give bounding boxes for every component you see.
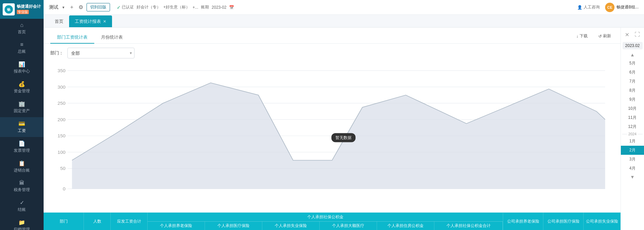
svg-text:100: 100	[58, 150, 66, 155]
table-footer: 部门 人数 应发工资合计 个人承担社保公积金 个人承担养老保险	[44, 213, 621, 230]
add-button[interactable]: ＋	[68, 3, 75, 11]
sidebar-item-reports[interactable]: 📊 报表中心	[0, 58, 44, 78]
col-co-medical: 公司承担医疗保险	[543, 213, 584, 230]
month-8[interactable]: 8月	[621, 86, 644, 95]
col-dept: 部门	[44, 213, 84, 230]
logo-icon: 畅	[3, 3, 15, 15]
refresh-icon: ↺	[598, 34, 602, 39]
download-icon: ↓	[576, 34, 578, 39]
month-2024-4[interactable]: 4月	[621, 164, 644, 173]
page-container: 部门工资统计表 月份统计表 ↓ 下载 ↺ 刷新	[44, 28, 621, 230]
download-button[interactable]: ↓ 下载	[574, 32, 590, 40]
sales-icon: 📋	[18, 160, 25, 167]
month-list: ▲ 5月 6月 7月 8月 9月 10月 11月 12月 2024 1月 2月 …	[621, 51, 644, 181]
reports-icon: 📊	[18, 61, 25, 67]
col-co-pension: 公司承担养老保险	[503, 213, 543, 230]
dept-label: 部门：	[50, 50, 63, 56]
svg-text:250: 250	[58, 101, 66, 106]
user-name: 畅捷通B组...	[616, 4, 639, 10]
tab-salary-report[interactable]: 工资统计报表 ✕	[69, 15, 112, 27]
dept-select[interactable]: 全部	[67, 48, 135, 58]
assets-icon: 🏢	[18, 101, 25, 107]
col-medical: 个人承担医疗保险	[205, 222, 262, 230]
salary-icon: 💳	[18, 121, 25, 127]
sidebar-item-assets[interactable]: 🏢 固定资产	[0, 97, 44, 117]
period-value: 2023-02	[212, 5, 226, 10]
sidebar-item-home[interactable]: ⌂ 首页	[0, 19, 44, 38]
funds-icon: 💰	[18, 81, 25, 87]
archive-icon: 📁	[18, 219, 25, 226]
svg-text:300: 300	[58, 85, 66, 90]
svg-text:350: 350	[58, 68, 66, 74]
switch-version-button[interactable]: 切到旧版	[87, 3, 110, 11]
sidebar-item-settle[interactable]: ✓ 结账	[0, 196, 44, 216]
user-avatar: CE	[605, 3, 614, 12]
chart-area: 350 300 250 200 150 100 50 0 暂无数据	[44, 62, 621, 213]
sidebar-item-invoice[interactable]: 📄 发票管理	[0, 137, 44, 157]
sidebar-item-label: 资金管理	[14, 88, 30, 94]
month-7[interactable]: 7月	[621, 77, 644, 86]
sub-tab-monthly[interactable]: 月份统计表	[94, 32, 129, 44]
year-2024-label: 2024	[627, 132, 638, 136]
main-content: 测试 ▾ ＋ ⚙ 切到旧版 ✓ 已认证 好会计（专） +好生意（标） +... …	[44, 0, 644, 230]
sidebar-item-label: 总账	[18, 49, 26, 54]
sidebar-nav: ⌂ 首页 ≡ 总账 📊 报表中心 💰 资金管理 🏢 固定资产 💳 工资 📄 发票…	[0, 19, 44, 230]
month-10[interactable]: 10月	[621, 104, 644, 113]
group-label: 个人承担社保公积金	[148, 213, 503, 222]
settle-icon: ✓	[20, 199, 24, 206]
sidebar-item-label: 报表中心	[14, 68, 30, 74]
month-5[interactable]: 5月	[621, 59, 644, 68]
period-label: 账期	[201, 4, 209, 10]
home-icon: ⌂	[20, 22, 23, 28]
year-selector[interactable]: 2023.02	[623, 42, 643, 49]
sidebar: 畅 畅捷通好会计 专业版 ⌂ 首页 ≡ 总账 📊 报表中心 💰 资金管理 🏢 固…	[0, 0, 44, 230]
col-pension: 个人承担养老保险	[148, 222, 205, 230]
sidebar-item-funds[interactable]: 💰 资金管理	[0, 78, 44, 97]
sidebar-item-label: 进销台账	[14, 168, 30, 173]
tab-home[interactable]: 首页	[49, 15, 69, 27]
month-nav-up[interactable]: ▲	[629, 51, 636, 59]
sidebar-item-archive[interactable]: 📁 归档管理	[0, 216, 44, 230]
right-panel: ✕ ⛶ 2023.02 ▲ 5月 6月 7月 8月 9月 10月 11月 12月…	[621, 28, 644, 230]
sidebar-item-sales[interactable]: 📋 进销台账	[0, 157, 44, 177]
check-icon: ✓	[117, 5, 121, 10]
month-nav-down[interactable]: ▼	[629, 173, 636, 181]
svg-text:50: 50	[60, 166, 65, 171]
sidebar-logo: 畅 畅捷通好会计 专业版	[0, 0, 44, 19]
topbar-actions: ＋ ⚙ 切到旧版	[68, 3, 110, 11]
ledger-icon: ≡	[20, 42, 23, 48]
month-2024-1[interactable]: 1月	[621, 137, 644, 146]
sidebar-item-salary[interactable]: 💳 工资	[0, 117, 44, 137]
month-2024-2[interactable]: 2月	[621, 146, 644, 155]
sidebar-item-ledger[interactable]: ≡ 总账	[0, 38, 44, 58]
topbar-right: 👤 人工咨询 CE 畅捷通B组...	[577, 3, 639, 12]
month-2024-3[interactable]: 3月	[621, 155, 644, 164]
refresh-button[interactable]: ↺ 刷新	[596, 32, 614, 40]
col-serious-ill: 个人承担大额医疗	[320, 222, 377, 230]
month-11[interactable]: 11月	[621, 113, 644, 122]
type1-label: 好会计（专）	[137, 4, 161, 10]
svg-text:畅: 畅	[7, 8, 10, 11]
help-button[interactable]: 👤 人工咨询	[577, 4, 600, 10]
company-dropdown[interactable]: ▾	[62, 5, 64, 10]
panel-top-buttons: ✕ ⛶	[621, 30, 644, 39]
month-12[interactable]: 12月	[621, 122, 644, 131]
col-co-unemployment: 公司承担失业保险	[584, 213, 621, 230]
user-menu[interactable]: CE 畅捷通B组...	[605, 3, 639, 12]
panel-expand-button[interactable]: ⛶	[633, 30, 641, 39]
sidebar-item-tax[interactable]: 🏛 税务管理	[0, 177, 44, 196]
certified-label: 已认证	[122, 4, 134, 10]
calendar-icon[interactable]: 📅	[229, 5, 234, 10]
settings-button[interactable]: ⚙	[78, 3, 84, 11]
sidebar-item-label: 归档管理	[14, 227, 30, 230]
month-9[interactable]: 9月	[621, 95, 644, 104]
chart-tooltip: 暂无数据	[331, 133, 356, 142]
sub-tab-dept[interactable]: 部门工资统计表	[50, 32, 94, 44]
tab-close-icon[interactable]: ✕	[103, 19, 106, 24]
col-unemployment: 个人承担失业保险	[262, 222, 320, 230]
sidebar-item-label: 固定资产	[14, 108, 30, 114]
certified-badge: ✓ 已认证	[117, 4, 134, 10]
panel-close-button[interactable]: ✕	[624, 30, 631, 39]
logo-text: 畅捷通好会计 专业版	[17, 4, 41, 14]
month-6[interactable]: 6月	[621, 68, 644, 77]
